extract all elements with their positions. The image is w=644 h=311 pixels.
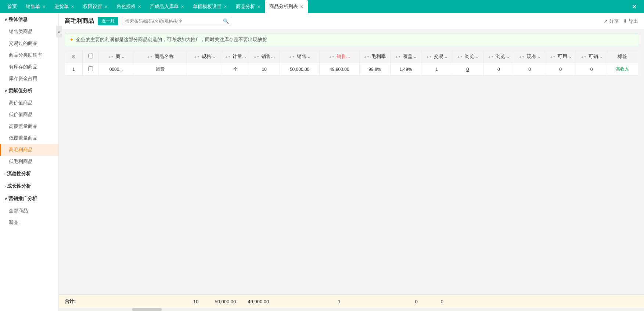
sidebar-item-traded-goods[interactable]: 交易过的商品 <box>0 37 58 49</box>
col-settings[interactable]: ⚙ <box>65 50 83 63</box>
sidebar-item-sales-goods[interactable]: 销售类商品 <box>0 26 58 37</box>
sort-icon-coverage[interactable]: ▲▼ <box>395 55 401 58</box>
sidebar-item-stock-capital[interactable]: 库存资金占用 <box>0 73 58 84</box>
info-banner: ✦ 企业的主要的利润都是这部分商品创造的，可考虑加大推广，同时关注库存是不要出现… <box>65 33 638 46</box>
cell-browse1[interactable]: 0 <box>452 63 483 76</box>
sort-icon-code[interactable]: ▲▼ <box>108 55 114 58</box>
col-browse1[interactable]: ▲▼ 浏览... <box>452 50 483 63</box>
col-sales-qty[interactable]: ▲▼ 销售... <box>249 50 280 63</box>
col-sales-profit[interactable]: ▲▼ 销售... <box>320 50 359 63</box>
nav-product-inbound[interactable]: 产成品入库单 ✕ <box>145 0 188 13</box>
search-input[interactable] <box>125 19 222 24</box>
close-tab-1[interactable]: ✕ <box>42 4 46 9</box>
sort-icon-unit[interactable]: ▲▼ <box>225 55 231 58</box>
nav-product-analysis-list[interactable]: 商品分析列表 ✕ <box>265 0 308 13</box>
close-tab-6[interactable]: ✕ <box>224 4 227 9</box>
time-filter-button[interactable]: 近一月 <box>98 17 118 25</box>
row-checkbox[interactable] <box>88 66 93 71</box>
cell-checkbox[interactable] <box>83 63 98 76</box>
nav-product-analysis[interactable]: 商品分析 ✕ <box>231 0 265 13</box>
col-tag[interactable]: 标签 <box>607 50 638 63</box>
sort-icon-spec[interactable]: ▲▼ <box>194 55 200 58</box>
tag-value: 高收入 <box>616 66 629 72</box>
nav-sales-order[interactable]: 销售单 ✕ <box>21 0 50 13</box>
sidebar-item-in-stock[interactable]: 有库存的商品 <box>0 61 58 73</box>
content-area: 高毛利商品 近一月 🔍 ↗ 分享 ⬇ 导出 ✦ 企业的主要的利润都是这部分 <box>59 13 644 311</box>
nav-purchase-order[interactable]: 进货单 ✕ <box>50 0 79 13</box>
sort-icon-browse2[interactable]: ▲▼ <box>488 55 494 58</box>
col-checkbox[interactable] <box>83 50 98 63</box>
sort-icon-browse1[interactable]: ▲▼ <box>457 55 463 58</box>
col-current[interactable]: ▲▼ 现有... <box>514 50 545 63</box>
close-tab-8[interactable]: ✕ <box>300 4 303 9</box>
sidebar-item-low-margin[interactable]: 低毛利商品 <box>0 156 58 167</box>
sidebar-collapse-button[interactable]: « <box>56 26 62 37</box>
sidebar-section-trend[interactable]: › 流趋性分析 <box>0 167 58 180</box>
footer-current: 0 <box>403 299 429 304</box>
close-tab-4[interactable]: ✕ <box>138 4 141 9</box>
sidebar-item-high-value[interactable]: 高价值商品 <box>0 97 58 109</box>
col-name[interactable]: ▲▼ 商品名称 <box>134 50 187 63</box>
sidebar-section-growth[interactable]: › 成长性分析 <box>0 180 58 192</box>
sidebar-section-overall[interactable]: ∨ 整体信息 <box>0 13 58 26</box>
sidebar-item-category-rate[interactable]: 商品分类助销率 <box>0 49 58 61</box>
close-app-button[interactable]: ✕ <box>627 3 641 10</box>
share-button[interactable]: ↗ 分享 <box>604 18 619 25</box>
cell-sales-amount: 50,000.00 <box>280 63 319 76</box>
sort-icon-available[interactable]: ▲▼ <box>550 55 556 58</box>
col-available[interactable]: ▲▼ 可用... <box>545 50 576 63</box>
cell-sales-profit: 49,900.00 <box>320 63 359 76</box>
sort-icon-name[interactable]: ▲▼ <box>147 55 153 58</box>
sort-icon-sales-qty[interactable]: ▲▼ <box>253 55 259 58</box>
nav-role-auth[interactable]: 角色授权 ✕ <box>112 0 145 13</box>
col-spec[interactable]: ▲▼ 规格... <box>187 50 222 63</box>
footer-transaction: 1 <box>326 299 352 304</box>
cell-index: 1 <box>65 63 83 76</box>
col-sellable[interactable]: ▲▼ 可销... <box>576 50 607 63</box>
close-tab-7[interactable]: ✕ <box>257 4 260 9</box>
col-transaction[interactable]: ▲▼ 交易... <box>421 50 452 63</box>
export-button[interactable]: ⬇ 导出 <box>623 18 638 25</box>
sort-icon-current[interactable]: ▲▼ <box>519 55 525 58</box>
cell-coverage: 1.49% <box>390 63 421 76</box>
select-all-checkbox[interactable] <box>88 54 93 58</box>
sidebar-item-all-goods[interactable]: 全部商品 <box>0 205 58 217</box>
sort-icon-sales-amount[interactable]: ▲▼ <box>289 55 295 58</box>
sort-icon-transaction[interactable]: ▲▼ <box>426 55 432 58</box>
nav-permission-settings[interactable]: 权限设置 ✕ <box>79 0 112 13</box>
sidebar-item-low-coverage[interactable]: 低覆盖量商品 <box>0 132 58 144</box>
browse1-link[interactable]: 0 <box>466 66 469 72</box>
sidebar-item-high-coverage[interactable]: 高覆盖量商品 <box>0 120 58 132</box>
sidebar-item-new-goods[interactable]: 新品 <box>0 217 58 228</box>
data-table: ⚙ ▲▼ 商... ▲▼ 商品名称 <box>65 50 638 76</box>
search-icon[interactable]: 🔍 <box>223 18 229 24</box>
cell-tag: 高收入 <box>607 63 638 76</box>
nav-home[interactable]: 首页 <box>3 0 21 13</box>
table-header-row: ⚙ ▲▼ 商... ▲▼ 商品名称 <box>65 50 638 63</box>
close-tab-3[interactable]: ✕ <box>104 4 108 9</box>
export-icon: ⬇ <box>623 18 627 24</box>
sidebar-item-high-margin[interactable]: 高毛利商品 <box>0 144 58 156</box>
sort-icon-sellable[interactable]: ▲▼ <box>581 55 587 58</box>
nav-template-settings[interactable]: 单据模板设置 ✕ <box>188 0 231 13</box>
col-code[interactable]: ▲▼ 商... <box>98 50 134 63</box>
sidebar-item-low-value[interactable]: 低价值商品 <box>0 109 58 120</box>
footer-sales-qty: 10 <box>183 299 209 304</box>
footer-sales-amount: 50,000.00 <box>209 299 242 304</box>
settings-icon[interactable]: ⚙ <box>71 54 76 59</box>
sidebar-section-marketing[interactable]: ∨ 营销推广分析 <box>0 192 58 205</box>
content-header: 高毛利商品 近一月 🔍 ↗ 分享 ⬇ 导出 <box>59 13 644 29</box>
col-browse2[interactable]: ▲▼ 浏览... <box>483 50 514 63</box>
col-sales-amount[interactable]: ▲▼ 销售... <box>280 50 319 63</box>
sidebar-section-contribution[interactable]: ∨ 贡献值分析 <box>0 84 58 97</box>
cell-spec <box>187 63 222 76</box>
sort-icon-sales-profit[interactable]: ▲▼ <box>329 55 335 58</box>
close-tab-2[interactable]: ✕ <box>71 4 74 9</box>
cell-current: 0 <box>514 63 545 76</box>
sort-icon-gross-rate[interactable]: ▲▼ <box>364 55 370 58</box>
col-gross-rate[interactable]: ▲▼ 毛利率 <box>359 50 390 63</box>
cell-unit: 个 <box>222 63 249 76</box>
col-coverage[interactable]: ▲▼ 覆盖... <box>390 50 421 63</box>
close-tab-5[interactable]: ✕ <box>181 4 184 9</box>
col-unit[interactable]: ▲▼ 计量... <box>222 50 249 63</box>
